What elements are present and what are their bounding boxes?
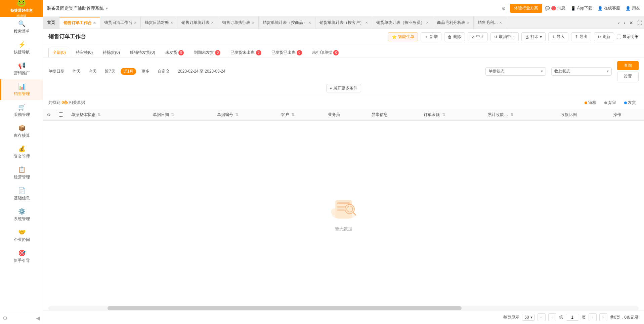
date-yesterday[interactable]: 昨天 xyxy=(70,68,83,75)
online-service-btn[interactable]: 👤 在线客服 xyxy=(598,5,620,11)
show-detail-check[interactable]: 显示明细 xyxy=(617,34,639,40)
date-today[interactable]: 今天 xyxy=(86,68,99,75)
import-btn[interactable]: ⤓ 导入 xyxy=(548,32,568,41)
page-number-input[interactable] xyxy=(566,314,579,321)
tab-money-daily[interactable]: 钱货日清工作台 ✕ xyxy=(100,17,141,29)
print-btn[interactable]: 🖨 打印 ▾ xyxy=(521,32,546,41)
sidebar-item-search[interactable]: 🔍 搜索菜单 xyxy=(0,17,43,38)
sidebar-item-baseinfo[interactable]: 📄 基础信息 xyxy=(0,184,43,204)
sub-tab-pick[interactable]: 待拣货(0) xyxy=(98,48,124,57)
last-page-btn[interactable]: » xyxy=(599,313,607,321)
status-filter[interactable]: 单据状态 ▾ xyxy=(485,67,546,76)
tab-reconcile-close[interactable]: ✕ xyxy=(170,21,173,25)
tab-ship-salesman-close[interactable]: ✕ xyxy=(426,21,429,25)
payment-filter[interactable]: 收款状态 ▾ xyxy=(551,67,612,76)
sub-tab-all[interactable]: 全部(0) xyxy=(48,48,70,57)
sub-tab-expired[interactable]: 到期未发货 0 xyxy=(189,48,225,57)
sidebar-item-beginner[interactable]: 🎯 新手引导 xyxy=(0,246,43,267)
tab-ship-product-close[interactable]: ✕ xyxy=(308,21,311,25)
ship-action-btn[interactable]: 发货 xyxy=(621,99,639,107)
tab-ship-product[interactable]: 销货单统计表（按商品） ✕ xyxy=(259,17,315,29)
tab-sales-order[interactable]: 销售订单工作台 ✕ xyxy=(59,17,100,29)
sidebar-item-quicknav[interactable]: ⚡ 快捷导航 xyxy=(0,38,43,58)
next-page-btn[interactable]: › xyxy=(589,313,597,321)
tab-margin[interactable]: 商品毛利分析表 ✕ xyxy=(433,17,474,29)
sub-tab-shipped-not-out[interactable]: 已发货未出库 0 xyxy=(226,48,265,57)
sub-tab-shop-ship[interactable]: 旺铺待发货(0) xyxy=(126,48,160,57)
tab-scroll-right[interactable]: › xyxy=(621,20,627,26)
sidebar-item-sales[interactable]: 📊 销售管理 xyxy=(0,79,43,100)
sidebar-collapse-btn[interactable]: ◀ xyxy=(36,315,40,321)
tab-fullscreen[interactable]: ⛶ xyxy=(635,20,644,26)
smart-create-btn[interactable]: ⭐ 智能生单 xyxy=(388,32,418,41)
sidebar-item-marketing[interactable]: 📢 营销推广 xyxy=(0,58,43,79)
cancel-stop-btn[interactable]: ↺ 取消中止 xyxy=(490,32,519,41)
date-more[interactable]: 更多 xyxy=(139,68,152,75)
industry-solution-btn[interactable]: 体验行业方案 xyxy=(510,4,542,13)
tab-close-all[interactable]: ✕ xyxy=(627,20,635,26)
date-1month[interactable]: 近1月 xyxy=(121,68,136,75)
show-detail-checkbox[interactable] xyxy=(617,35,621,39)
tab-money-daily-close[interactable]: ✕ xyxy=(134,21,136,25)
page-size-select[interactable]: 50 ▾ xyxy=(522,314,534,321)
sidebar-item-operations[interactable]: 📋 经营管理 xyxy=(0,163,43,184)
set-btn[interactable]: 设置 xyxy=(617,72,639,81)
sidebar-item-inventory[interactable]: 📦 库存核算 xyxy=(0,121,43,142)
topbar-gear-icon[interactable]: ⚙ xyxy=(502,6,506,11)
scrollbar-thumb[interactable] xyxy=(108,306,462,310)
tab-sales-order-close[interactable]: ✕ xyxy=(93,21,96,25)
tab-scroll-left[interactable]: ‹ xyxy=(616,20,622,26)
tab-margin-close[interactable]: ✕ xyxy=(467,21,469,25)
horizontal-scrollbar[interactable] xyxy=(48,306,639,310)
col-status-sort[interactable]: ⇅ xyxy=(97,112,101,117)
app-download-btn[interactable]: 📱 App下载 xyxy=(571,5,592,11)
tab-sales-margin-close[interactable]: ✕ xyxy=(499,21,502,25)
tab-ship-customer[interactable]: 销货单统计表（按客户） ✕ xyxy=(315,17,372,29)
sidebar-item-finance[interactable]: 💰 资金管理 xyxy=(0,142,43,163)
col-number-sort[interactable]: ⇅ xyxy=(235,112,239,117)
tab-sales-exec[interactable]: 销售订单执行表 ✕ xyxy=(218,17,259,29)
topbar-arrow-icon[interactable]: ▾ xyxy=(106,6,108,11)
prev-page-btn[interactable]: ‹ xyxy=(548,313,556,321)
sidebar-item-enterprise[interactable]: 🤝 企业协同 xyxy=(0,225,43,246)
col-check[interactable] xyxy=(55,109,67,121)
col-collected-sort[interactable]: ⇅ xyxy=(510,112,514,117)
select-all-checkbox[interactable] xyxy=(59,112,63,117)
sub-tab-unshipped[interactable]: 未发货 0 xyxy=(161,48,188,57)
tab-ship-salesman[interactable]: 销货单统计表（按业务员） ✕ xyxy=(372,17,433,29)
reject-action-btn[interactable]: 弃审 xyxy=(602,99,619,107)
delete-btn[interactable]: 🗑 删除 xyxy=(444,32,465,41)
sidebar-item-label-finance: 资金管理 xyxy=(14,154,30,159)
page-header: 销售订单工作台 ⭐ 智能生单 ＋ 新增 🗑 删除 ⊘ 中止 ↺ 取消中止 xyxy=(43,29,644,45)
sidebar-settings-btn[interactable]: ⚙ xyxy=(3,315,7,321)
tab-home[interactable]: 首页 xyxy=(43,17,59,29)
col-customer-sort[interactable]: ⇅ xyxy=(291,112,295,117)
user-btn[interactable]: 👤 用友 xyxy=(626,5,640,11)
add-btn[interactable]: ＋ 新增 xyxy=(421,32,441,41)
tab-sales-margin[interactable]: 销售毛利… ✕ xyxy=(474,17,506,29)
first-page-btn[interactable]: « xyxy=(538,313,546,321)
query-btn[interactable]: 查询 xyxy=(617,61,639,70)
tab-sales-stats-close[interactable]: ✕ xyxy=(211,21,214,25)
tab-reconcile[interactable]: 钱货日清对账 ✕ xyxy=(141,17,177,29)
tab-ship-customer-close[interactable]: ✕ xyxy=(365,21,368,25)
sub-tab-unprinted[interactable]: 未打印单据 0 xyxy=(308,48,343,57)
sub-tab-shipped-out[interactable]: 已发货已出库 0 xyxy=(267,48,306,57)
tab-sales-stats[interactable]: 销售订单统计表 ✕ xyxy=(177,17,218,29)
refresh-btn[interactable]: ↻ 刷新 xyxy=(594,32,614,41)
col-date-sort[interactable]: ⇅ xyxy=(171,112,174,117)
sidebar-item-purchase[interactable]: 🛒 采购管理 xyxy=(0,100,43,121)
review-action-btn[interactable]: 审核 xyxy=(582,99,599,107)
export-btn[interactable]: ⤒ 导出 xyxy=(571,32,591,41)
date-custom[interactable]: 自定义 xyxy=(155,68,172,75)
stop-btn[interactable]: ⊘ 中止 xyxy=(468,32,488,41)
col-settings[interactable]: ⚙ xyxy=(43,109,55,121)
sidebar-item-system[interactable]: ⚙️ 系统管理 xyxy=(0,204,43,225)
tab-sales-exec-close[interactable]: ✕ xyxy=(252,21,254,25)
col-amount-sort[interactable]: ⇅ xyxy=(442,112,445,117)
sub-tab-review[interactable]: 待审核(0) xyxy=(72,48,97,57)
date-7days[interactable]: 近7天 xyxy=(102,68,118,75)
show-detail-label: 显示明细 xyxy=(622,34,639,40)
message-btn[interactable]: 💬 6 消息 xyxy=(545,5,565,11)
expand-conditions-btn[interactable]: ▾ 展开更多条件 xyxy=(326,84,361,92)
